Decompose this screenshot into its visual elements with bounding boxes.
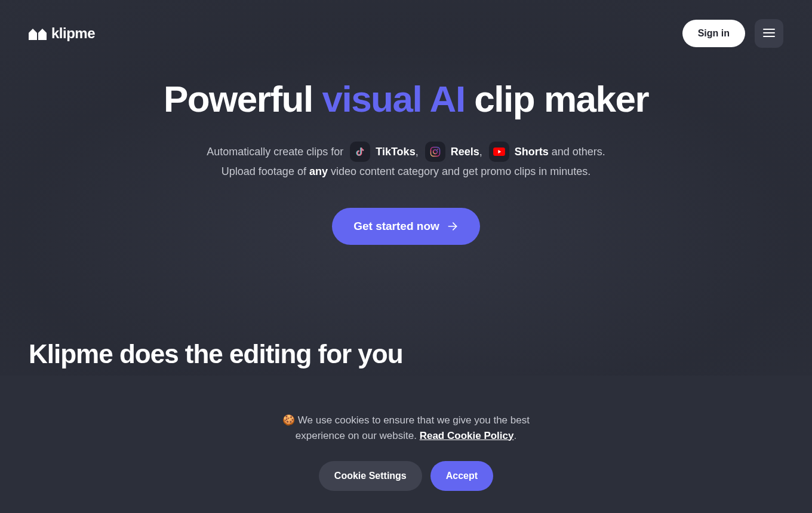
arrow-right-icon [447,220,459,232]
cookie-accept-button[interactable]: Accept [430,461,493,491]
badge-reels-label: Reels [451,146,479,158]
cookie-buttons: Cookie Settings Accept [319,461,493,491]
svg-rect-0 [763,29,775,30]
sep2: , [479,146,485,158]
sep1: , [416,146,422,158]
hero-title-post: clip maker [465,78,648,119]
header-actions: Sign in [682,19,783,48]
brand-logo[interactable]: klipme [29,25,95,42]
logo-mark-icon [29,27,47,40]
menu-button[interactable] [755,19,783,48]
cookie-post: . [513,430,516,441]
badge-tiktoks-label: TikToks [376,146,415,158]
hero-title-accent: visual AI [322,78,465,119]
svg-point-4 [433,150,437,154]
hero-title: Powerful visual AI clip maker [0,79,812,119]
cookie-emoji: 🍪 [282,414,295,426]
signin-button[interactable]: Sign in [682,20,745,47]
cookie-text: 🍪 We use cookies to ensure that we give … [281,413,531,443]
line2-bold: any [309,165,328,177]
instagram-icon [425,142,445,162]
cookie-banner: 🍪 We use cookies to ensure that we give … [0,376,812,513]
subtitle-lead: Automatically create clips for [207,146,346,158]
hamburger-icon [763,29,775,39]
badge-shorts-label: Shorts [515,146,549,158]
hero-section: Powerful visual AI clip maker Automatica… [0,67,812,245]
tiktok-icon [350,142,370,162]
svg-rect-1 [763,32,775,33]
svg-rect-2 [763,36,775,37]
brand-name: klipme [51,25,95,42]
cta-label: Get started now [353,220,439,233]
subtitle-tail: and others. [549,146,605,158]
hero-title-pre: Powerful [164,78,322,119]
line2-pre: Upload footage of [222,165,309,177]
cookie-policy-link[interactable]: Read Cookie Policy [420,430,514,441]
get-started-button[interactable]: Get started now [332,208,480,245]
hero-subtitle: Automatically create clips for TikToks, [0,142,812,182]
youtube-icon [489,142,509,162]
site-header: klipme Sign in [0,0,812,67]
cookie-settings-button[interactable]: Cookie Settings [319,461,422,491]
section2-heading: Klipme does the editing for you [29,339,783,369]
svg-rect-3 [430,148,439,156]
line2-post: video content category and get promo cli… [328,165,590,177]
svg-point-5 [437,149,438,150]
